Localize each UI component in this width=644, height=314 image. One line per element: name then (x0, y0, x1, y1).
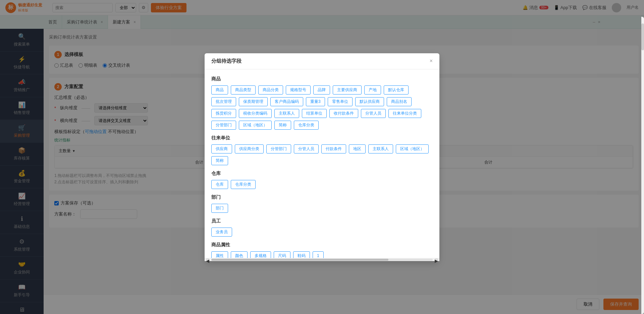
field-tag-supplier-category[interactable]: 供应商分类 (235, 144, 264, 153)
field-grid-employee: 业务员 (211, 228, 433, 237)
section-title-department: 部门 (211, 194, 433, 200)
field-tag-short-name[interactable]: 简称 (274, 121, 291, 130)
field-tag-color[interactable]: 颜色 (231, 251, 248, 258)
field-tag-main-contact[interactable]: 主联系人 (274, 109, 299, 118)
field-tag-warehouse-cat[interactable]: 仓库分类 (231, 180, 256, 189)
field-tag-partner-supervisor[interactable]: 分管人员 (294, 144, 319, 153)
field-tag-customer-goods-code[interactable]: 客户商品编码 (270, 97, 303, 106)
field-tag-brand[interactable]: 品牌 (313, 85, 330, 95)
modal-close-button[interactable]: × (430, 58, 433, 64)
field-tag-partner-main-contact[interactable]: 主联系人 (368, 144, 393, 153)
field-tag-warehouse[interactable]: 仓库 (211, 180, 228, 189)
hscroll-left-btn[interactable]: ◀ (206, 258, 209, 261)
field-tag-goods-alias[interactable]: 商品别名 (387, 97, 412, 106)
field-tag-origin[interactable]: 产地 (364, 85, 381, 95)
field-tag-spec-model[interactable]: 规格型号 (286, 85, 311, 95)
field-tag-supervisor[interactable]: 分管人员 (361, 109, 386, 118)
field-tag-partner-short-name[interactable]: 简称 (211, 156, 228, 165)
field-tag-main-supplier[interactable]: 主要供应商 (333, 85, 362, 95)
section-title-partner: 往来单位 (211, 135, 433, 141)
field-tag-payment-condition[interactable]: 付款条件 (321, 144, 346, 153)
field-tag-pick-points[interactable]: 拣货积分 (211, 109, 236, 118)
modal-hscrollbar: ◀ ▶ (205, 258, 439, 261)
field-tag-goods[interactable]: 商品 (211, 85, 228, 95)
field-grid-goods: 商品 商品类型 商品分类 规格型号 品牌 主要供应商 产地 默认仓库 批次管理 … (211, 85, 433, 130)
field-tag-area[interactable]: 地区 (349, 144, 366, 153)
field-tag-weight3[interactable]: 重量3 (306, 97, 325, 106)
hscroll-right-btn[interactable]: ▶ (435, 258, 438, 261)
field-grid-partner: 供应商 供应商分类 分管部门 分管人员 付款条件 地区 主联系人 区域（地区） … (211, 144, 433, 165)
field-tag-salesperson[interactable]: 业务员 (211, 228, 232, 237)
field-tag-tax-code[interactable]: 税收分类编码 (239, 109, 272, 118)
section-title-goods: 商品 (211, 76, 433, 82)
field-tag-region[interactable]: 区域（地区） (239, 121, 272, 130)
field-tag-partner-dept[interactable]: 分管部门 (266, 144, 291, 153)
field-tag-department[interactable]: 部门 (211, 204, 228, 213)
field-tag-partner-region[interactable]: 区域（地区） (396, 144, 429, 153)
field-tag-default-supplier[interactable]: 默认供应商 (355, 97, 384, 106)
field-tag-size[interactable]: 尺码 (274, 251, 290, 258)
field-tag-default-warehouse[interactable]: 默认仓库 (384, 85, 409, 95)
field-tag-dept[interactable]: 分管部门 (211, 121, 236, 130)
modal-scrollthumb (641, 23, 644, 50)
field-grid-department: 部门 (211, 204, 433, 213)
modal-title: 分组待选字段 (211, 58, 241, 64)
field-tag-batch-mgmt[interactable]: 批次管理 (211, 97, 236, 106)
field-tag-goods-category[interactable]: 商品分类 (258, 85, 283, 95)
field-tag-payment-terms[interactable]: 收付款条件 (329, 109, 358, 118)
section-title-employee: 员工 (211, 218, 433, 224)
field-tag-shelf-life[interactable]: 保质期管理 (239, 97, 268, 106)
modal-body: 商品 商品 商品类型 商品分类 规格型号 品牌 主要供应商 产地 默认仓库 批次… (205, 69, 439, 258)
modal-dialog: 分组待选字段 × 商品 商品 商品类型 商品分类 规格型号 品牌 主要供应商 产… (205, 53, 439, 261)
field-tag-warehouse-category[interactable]: 仓库分类 (294, 121, 319, 130)
field-tag-partner-category[interactable]: 往来单位分类 (388, 109, 421, 118)
modal-overlay[interactable]: 分组待选字段 × 商品 商品 商品类型 商品分类 规格型号 品牌 主要供应商 产… (0, 0, 644, 314)
field-tag-settlement-unit[interactable]: 结算单位 (302, 109, 327, 118)
field-tag-shoe-size[interactable]: 鞋码 (293, 251, 310, 258)
field-tag-retail-unit[interactable]: 零售单位 (328, 97, 353, 106)
field-tag-multi-spec[interactable]: 多规格 (250, 251, 271, 258)
field-grid-warehouse: 仓库 仓库分类 (211, 180, 433, 189)
section-title-goods-attr: 商品属性 (211, 242, 433, 248)
field-tag-supplier[interactable]: 供应商 (211, 144, 232, 153)
field-tag-goods-type[interactable]: 商品类型 (231, 85, 256, 95)
section-title-warehouse: 仓库 (211, 171, 433, 177)
field-grid-goods-attr: 属性 颜色 多规格 尺码 鞋码 1 (211, 251, 433, 258)
hscroll-track (211, 259, 433, 261)
field-tag-attribute[interactable]: 属性 (211, 251, 228, 258)
modal-header: 分组待选字段 × (205, 53, 439, 69)
field-tag-extra-1[interactable]: 1 (313, 251, 324, 258)
hscroll-thumb (211, 259, 388, 261)
modal-scrolltrack (641, 17, 644, 314)
